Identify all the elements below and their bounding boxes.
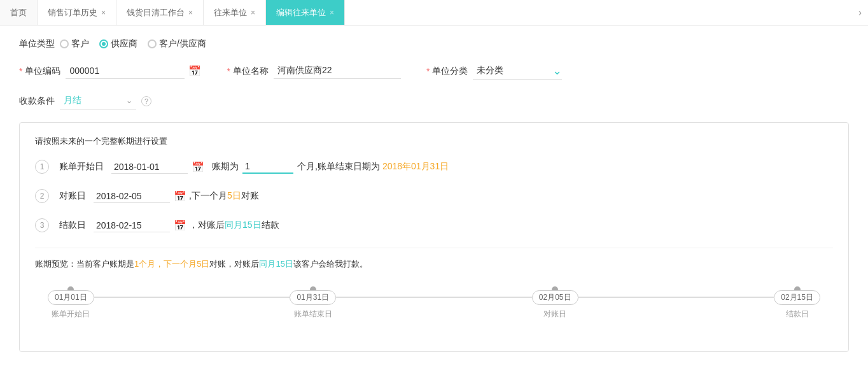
step-3-cal[interactable]: 📅 [174, 220, 186, 232]
node-label-3: 对账日 [543, 309, 566, 320]
tab-sales-history[interactable]: 销售订单历史 × [38, 0, 116, 25]
timeline-line [48, 297, 820, 298]
tab-edit-partner[interactable]: 编辑往来单位 × [266, 0, 345, 25]
step-2-suffix-pre: ,下一个月 [189, 190, 227, 202]
unit-class-select[interactable]: 未分类 ⌄ [473, 62, 562, 80]
step-1-date[interactable] [111, 160, 188, 174]
timeline-container: 01月01日 账单开始日 01月31日 账单结束日 02月05日 对账日 [48, 286, 820, 320]
unit-class-group: * 单位分类 未分类 ⌄ [426, 62, 562, 80]
unit-code-required: * [19, 66, 22, 76]
preview-p1: 1个月， [134, 259, 164, 269]
timeline-node-1: 01月01日 账单开始日 [48, 286, 94, 320]
unit-code-icon[interactable]: 📅 [188, 65, 201, 77]
step-3-date[interactable] [94, 219, 170, 232]
step-3-num: 3 [35, 218, 49, 232]
unit-code-group: * 单位编码 📅 [19, 63, 201, 79]
node-badge-4: 02月15日 [774, 290, 820, 305]
tab-close-sales[interactable]: × [101, 8, 106, 17]
tab-close-edit-partner[interactable]: × [330, 8, 334, 17]
unit-info-row: * 单位编码 📅 * 单位名称 * 单位分类 未分类 ⌄ [19, 62, 849, 80]
tab-cash-work[interactable]: 钱货日清工作台 × [116, 0, 204, 25]
step-1-period-unit: 个月,账单结束日期为 [297, 161, 380, 172]
unit-class-value: 未分类 [473, 62, 552, 79]
payment-select[interactable]: 月结 ⌄ [60, 92, 136, 109]
step-3-highlight: 同月15日 [225, 220, 262, 231]
unit-name-required: * [227, 66, 230, 76]
preview-p2: 下一个月5日 [164, 259, 209, 269]
timeline-node-2: 01月31日 账单结束日 [290, 286, 336, 320]
preview-p5: 该客户会给我打款。 [293, 259, 368, 269]
node-label-2: 账单结束日 [294, 309, 332, 320]
tab-scroll-right[interactable]: › [852, 7, 868, 18]
step-3-suffix-pre: ，对账后 [189, 220, 225, 231]
step-1-end-date: 2018年01月31日 [382, 161, 449, 172]
payment-value: 月结 [64, 95, 122, 106]
step-2-label: 对账日 [59, 190, 86, 202]
tab-close-partner[interactable]: × [251, 8, 255, 17]
step-1-label: 账单开始日 [59, 161, 104, 172]
payment-arrow: ⌄ [126, 96, 132, 105]
payment-group: 收款条件 月结 ⌄ ? [19, 92, 151, 109]
node-label-4: 结款日 [786, 309, 809, 320]
step-1-period-label: 账期为 [212, 161, 239, 172]
unit-code-input[interactable] [66, 63, 185, 79]
radio-supplier-circle [99, 39, 108, 48]
node-label-1: 账单开始日 [52, 309, 90, 320]
step-2-cal[interactable]: 📅 [174, 190, 186, 202]
node-badge-3: 02月05日 [532, 290, 578, 305]
radio-both-label: 客户/供应商 [159, 38, 206, 50]
radio-customer-circle [60, 39, 69, 48]
tab-partner[interactable]: 往来单位 × [204, 0, 266, 25]
unit-type-row: 单位类型 客户 供应商 客户/供应商 [19, 38, 849, 50]
step-1-num: 1 [35, 160, 49, 174]
unit-code-label: 单位编码 [25, 66, 60, 77]
step-3-suffix-post: 结款 [262, 220, 279, 231]
unit-class-arrow[interactable]: ⌄ [552, 64, 562, 78]
preview-section: 账期预览：当前客户账期是1个月，下一个月5日对账，对账后同月15日该客户会给我打… [35, 248, 833, 270]
timeline-node-4: 02月15日 结款日 [774, 286, 820, 320]
step-2-suffix-post: 对账 [241, 190, 259, 202]
step-3-label: 结款日 [59, 220, 86, 231]
unit-class-required: * [426, 66, 430, 76]
step-2-num: 2 [35, 189, 49, 203]
unit-name-label: 单位名称 [233, 66, 269, 77]
preview-p4: 同月15日 [259, 259, 293, 269]
timeline-section: 01月01日 账单开始日 01月31日 账单结束日 02月05日 对账日 [35, 280, 833, 339]
step-1-period-input[interactable] [242, 160, 293, 174]
node-badge-1: 01月01日 [48, 290, 94, 305]
step-3-row: 3 结款日 📅 ，对账后同月15日结款 [35, 218, 833, 232]
radio-customer-label: 客户 [71, 38, 89, 50]
step-2-date[interactable] [94, 190, 170, 203]
panel-title: 请按照未来的一个完整帐期进行设置 [35, 136, 833, 147]
radio-customer[interactable]: 客户 [60, 38, 89, 50]
step-2-row: 2 对账日 📅 ,下一个月5日对账 [35, 189, 833, 203]
timeline-node-3: 02月05日 对账日 [532, 286, 578, 320]
step-1-cal[interactable]: 📅 [192, 161, 204, 173]
tabs-bar: 首页 销售订单历史 × 钱货日清工作台 × 往来单位 × 编辑往来单位 × › [0, 0, 868, 25]
unit-type-group: 单位类型 客户 供应商 客户/供应商 [19, 38, 216, 50]
payment-help[interactable]: ? [141, 96, 151, 106]
main-content: 单位类型 客户 供应商 客户/供应商 * 单位编码 [0, 25, 868, 387]
radio-both[interactable]: 客户/供应商 [148, 38, 206, 50]
tab-close-cash[interactable]: × [188, 8, 193, 17]
tab-home[interactable]: 首页 [0, 0, 38, 25]
period-panel: 请按照未来的一个完整帐期进行设置 1 账单开始日 📅 账期为 个月,账单结束日期… [19, 122, 849, 352]
radio-supplier-label: 供应商 [111, 38, 137, 50]
preview-label: 账期预览：当前客户账期是 [35, 259, 134, 269]
unit-type-label: 单位类型 [19, 38, 55, 50]
unit-class-label: 单位分类 [432, 66, 468, 77]
preview-p3: 对账，对账后 [209, 259, 259, 269]
unit-type-radios: 客户 供应商 客户/供应商 [60, 38, 216, 50]
radio-supplier[interactable]: 供应商 [99, 38, 137, 50]
radio-both-circle [148, 39, 157, 48]
payment-row: 收款条件 月结 ⌄ ? [19, 92, 849, 109]
step-1-row: 1 账单开始日 📅 账期为 个月,账单结束日期为 2018年01月31日 [35, 160, 833, 174]
unit-name-input[interactable] [274, 63, 401, 79]
payment-label: 收款条件 [19, 95, 55, 107]
node-badge-2: 01月31日 [290, 290, 336, 305]
step-2-highlight: 5日 [227, 190, 241, 202]
unit-name-group: * 单位名称 [227, 63, 400, 79]
